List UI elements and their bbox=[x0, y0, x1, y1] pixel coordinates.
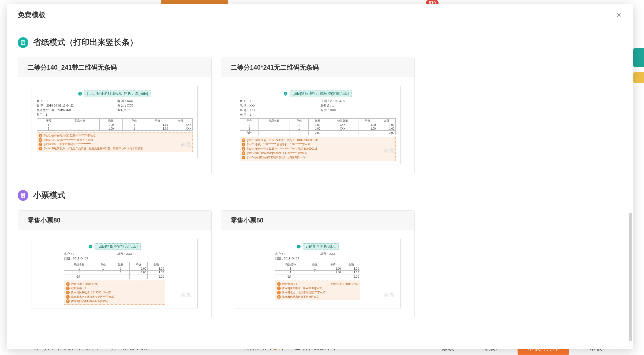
info-item: 客户：1 bbox=[275, 252, 315, 256]
table-cell: 1.00 bbox=[146, 123, 169, 127]
footer-badge-icon: 3 bbox=[66, 291, 70, 294]
table-cell: 1.00 bbox=[99, 123, 123, 127]
table-row: 合计2.002.00 bbox=[240, 131, 396, 135]
table-cell: 2.00 bbox=[308, 131, 327, 135]
template-card-title: 二等分140*241无二维码无条码 bbox=[221, 58, 414, 77]
table-cell: 1.00 bbox=[377, 127, 395, 131]
table-row: 211.00XXX1.001.00 bbox=[240, 127, 396, 131]
watermark: 表尾 bbox=[181, 141, 192, 148]
table-cell: 1 bbox=[240, 123, 259, 127]
footer-line: 2[foot2] 手机：138******** 发货手机：138********… bbox=[242, 142, 394, 147]
table-header: 序号 bbox=[240, 119, 259, 123]
table-row: 11.0011.00XXX bbox=[37, 123, 193, 127]
table-cell: 1 bbox=[94, 271, 112, 274]
table-row: 合计2.00 bbox=[64, 274, 165, 279]
free-template-modal: 免费模板 省纸模式（打印出来竖长条） 二等分140_241带二维码无条码 1 [… bbox=[7, 4, 633, 349]
table-cell: 2 bbox=[240, 127, 259, 131]
card-row: 二等分140_241带二维码无条码 1 [title] 畅捷通打印模板 销售订单… bbox=[18, 58, 623, 174]
info-item: 业务员：1 bbox=[320, 104, 396, 108]
section-title: 省纸模式（打印出来竖长条） bbox=[33, 37, 138, 48]
table-cell bbox=[130, 274, 147, 279]
watermark: 表尾 bbox=[384, 148, 395, 154]
table-cell: 1.00 bbox=[324, 271, 342, 274]
template-section: 小票模式 零售小票80 1 [title]销货单零售80[/title] 客户：… bbox=[18, 190, 623, 318]
info-item: 日期：2019-04-09 bbox=[275, 256, 315, 260]
table-cell: 1.00 bbox=[308, 127, 327, 131]
table-row: 1111.001.00 bbox=[64, 271, 165, 274]
preview-footer: 1[foot1]银行账号: 张三 6228************[/foot1… bbox=[37, 132, 193, 152]
table-header: 金额 bbox=[147, 262, 165, 267]
template-preview: 1 [title]销货单零售80[/title] 客户：1单号：XXX日期：20… bbox=[32, 239, 198, 308]
preview-table: 序号商品名称数量单位单价备注11.0011.00XXX21.0011.00XXX bbox=[37, 118, 193, 131]
footer-line: 2收款金额：1 bbox=[66, 286, 163, 290]
bg-side-tab-green bbox=[633, 48, 644, 67]
title-badge-icon: 1 bbox=[284, 92, 287, 96]
title-badge-icon: 1 bbox=[89, 245, 92, 248]
preview-title-row: 1 [title]畅捷通打印模板 销货单[/title] bbox=[240, 90, 396, 97]
info-item: 部门：1 bbox=[37, 113, 112, 117]
table-cell bbox=[358, 131, 377, 135]
table-cell: 1.00 bbox=[342, 271, 360, 274]
table-cell: 1 bbox=[306, 271, 324, 274]
footer-badge-icon: 2 bbox=[277, 291, 281, 294]
info-item: 客 户：1 bbox=[37, 99, 112, 103]
footer-badge-icon: ● bbox=[277, 282, 281, 286]
info-item: 预计交货日期：2019-04-09 bbox=[37, 108, 112, 112]
preview-title: [title] 畅捷通打印模板 销售订单[/title] bbox=[84, 90, 151, 97]
table-row: 1111.001.00 bbox=[64, 267, 165, 271]
footer-badge-icon: 2 bbox=[66, 286, 70, 290]
table-header: 包装数量 bbox=[327, 119, 358, 123]
info-item: 日 期：2019-04-09 13:04:22 bbox=[37, 104, 112, 108]
close-button[interactable] bbox=[614, 10, 624, 20]
footer-badge-icon: 5 bbox=[66, 299, 70, 303]
footer-line: 5[foot3]货品离柜概不退换[/foot3] bbox=[66, 299, 163, 303]
footer-line: 3[foot1]联系电话: 82430001[/foot1] bbox=[66, 290, 163, 295]
modal-body: 省纸模式（打印出来竖长条） 二等分140_241带二维码无条码 1 [title… bbox=[7, 26, 633, 349]
table-cell: 1.00 bbox=[130, 267, 147, 271]
table-cell: 2.00 bbox=[342, 274, 360, 279]
template-card-body: 1 [title] 畅捷通打印模板 销售订单[/title] 客 户：1电 话：… bbox=[18, 77, 211, 168]
table-header: 商品名称 bbox=[60, 119, 99, 123]
info-item: 备 注：XXX bbox=[320, 108, 396, 112]
footer-line: 1[foot1] 签复电话：010-82430001 发货人：010-82430… bbox=[242, 138, 394, 142]
info-item: 电 话：XXX bbox=[240, 104, 315, 108]
watermark: 表尾 bbox=[384, 292, 395, 298]
table-cell: XXX bbox=[327, 127, 358, 131]
table-header: 数量 bbox=[308, 119, 327, 123]
table-header: 商品名称 bbox=[275, 262, 306, 267]
table-cell bbox=[324, 274, 342, 279]
table-cell: 1.00 bbox=[358, 123, 377, 127]
info-item: 客 户：1 bbox=[240, 99, 315, 103]
footer-line: 4[foot4]网址: hao.chanjet.com QQ:593******… bbox=[242, 151, 394, 155]
table-cell: 1.00 bbox=[147, 267, 165, 271]
table-row: 合计:2.00 bbox=[275, 274, 360, 279]
template-card[interactable]: 零售小票80 1 [title]销货单零售80[/title] 客户：1单号：X… bbox=[18, 210, 212, 318]
preview-footer: 1[foot1] 签复电话：010-82430001 发货人：010-82430… bbox=[240, 137, 396, 161]
footer-line: 3[foot3]购品离柜概不退换[/foot3] bbox=[277, 295, 358, 299]
table-cell bbox=[290, 131, 308, 135]
table-cell: 1.00 bbox=[377, 123, 395, 127]
footer-badge-icon: 4 bbox=[66, 295, 70, 299]
table-cell bbox=[60, 127, 99, 131]
scrollbar-thumb[interactable] bbox=[629, 213, 632, 341]
table-cell: 1.00 bbox=[324, 267, 342, 271]
table-cell: 2 bbox=[37, 127, 60, 131]
table-cell bbox=[94, 274, 112, 279]
table-cell: 1 bbox=[112, 271, 130, 274]
table-cell: XXX bbox=[169, 127, 193, 131]
section-icon bbox=[18, 190, 28, 201]
table-cell bbox=[259, 131, 290, 135]
template-card-title: 零售小票50 bbox=[221, 211, 414, 230]
table-cell: 1 bbox=[112, 267, 130, 271]
preview-title: e]销货单零售50[/ti bbox=[303, 243, 338, 250]
template-card-title: 零售小票80 bbox=[18, 211, 211, 230]
preview-title-row: 1 e]销货单零售50[/ti bbox=[275, 243, 360, 250]
template-card[interactable]: 零售小票50 1 e]销货单零售50[/ti 客户：1单号：XXX日期：2019… bbox=[221, 210, 415, 318]
template-card[interactable]: 二等分140*241无二维码无条码 1 [title]畅捷通打印模板 销货单[/… bbox=[221, 58, 415, 174]
template-card[interactable]: 二等分140_241带二维码无条码 1 [title] 畅捷通打印模板 销售订单… bbox=[18, 58, 212, 174]
preview-table: 商品名称单位数量单价金额1111.001.001111.001.00合计2.00 bbox=[64, 262, 165, 279]
info-item: 单号：XXX bbox=[320, 252, 360, 256]
table-header: 数量 bbox=[306, 262, 324, 267]
preview-footer: ●收款金额：1收款日期：2019-04-091[foot1]联系电话：82430… bbox=[275, 281, 360, 300]
title-badge-icon: 1 bbox=[78, 92, 82, 96]
